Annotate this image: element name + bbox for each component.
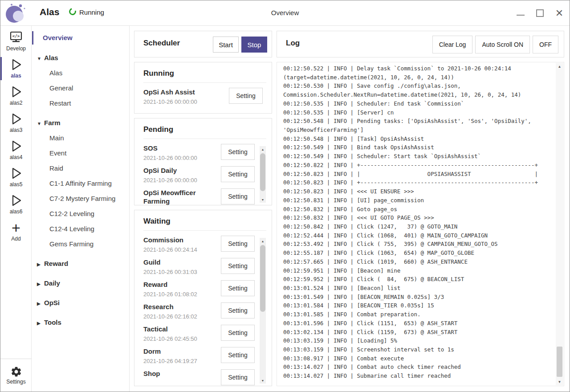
- scroll-down-icon[interactable]: ▼: [556, 378, 563, 385]
- waiting-scrollbar[interactable]: ▲ ▼: [260, 238, 266, 384]
- minimize-button[interactable]: [517, 11, 525, 16]
- log-line: 00:12:50.535 | INFO | Scheduler: End tas…: [283, 99, 553, 108]
- tree-toggle-icon: ▶: [37, 257, 44, 272]
- nav-item-raid[interactable]: Raid: [32, 161, 129, 176]
- scroll-up-icon[interactable]: ▲: [260, 146, 266, 152]
- maximize-button[interactable]: [536, 9, 544, 17]
- rail-item-alas4[interactable]: alas4: [0, 139, 32, 162]
- task-setting-button[interactable]: Setting: [221, 325, 255, 341]
- autoscroll-on-button[interactable]: Auto Scroll ON: [475, 36, 530, 53]
- autoscroll-off-button[interactable]: OFF: [533, 36, 558, 53]
- task-setting-button[interactable]: Setting: [221, 144, 255, 160]
- nav-group-daily[interactable]: ▶Daily: [32, 276, 129, 291]
- rail-item-label: alas3: [10, 127, 23, 133]
- log-line: 00:12:50.549 | INFO | Scheduler: Start t…: [283, 152, 553, 161]
- scroll-up-icon[interactable]: ▲: [260, 238, 266, 244]
- log-line: 00:12:52.444 | INFO | Click (1068, 401) …: [283, 231, 553, 240]
- tree-toggle-icon: ▼: [37, 116, 44, 131]
- log-line: 00:12:50.832 | INFO | Goto page_os: [283, 205, 553, 214]
- scrollbar-thumb[interactable]: [260, 245, 265, 312]
- scroll-down-icon[interactable]: ▼: [260, 377, 266, 384]
- task-setting-button[interactable]: Setting: [229, 88, 263, 104]
- scheduler-start-button[interactable]: Start: [213, 37, 239, 53]
- rail-item-alas2[interactable]: alas2: [0, 84, 32, 107]
- play-icon: [9, 193, 23, 208]
- waiting-panel: Waiting Commission 2021-10-26 00:24:14 S…: [134, 210, 272, 386]
- play-icon: [9, 112, 23, 126]
- pending-task-list: SOS 2021-10-26 00:00:00 Setting OpSi Dai…: [134, 143, 272, 205]
- clear-log-button[interactable]: Clear Log: [432, 36, 473, 53]
- waiting-task-list: Commission 2021-10-26 00:24:14 Setting G…: [134, 235, 272, 386]
- nav-item-gems-farming[interactable]: Gems Farming: [32, 237, 129, 252]
- close-button[interactable]: ✕: [555, 9, 563, 17]
- nav-group-opsi[interactable]: ▶OpSi: [32, 295, 129, 310]
- rail-item-settings[interactable]: Settings: [0, 359, 32, 392]
- log-line: 00:12:50.823 | INFO | +-----------------…: [283, 178, 553, 187]
- log-line: 00:12:50.823 | INFO | | OPSIASHASSIST |: [283, 170, 553, 179]
- log-line: 00:13:01.585 | INFO | Combat preparation…: [283, 310, 553, 319]
- nav-group-reward[interactable]: ▶Reward: [32, 256, 129, 271]
- instance-rail: </> Develop alas alas2 alas3 alas4: [0, 26, 32, 392]
- nav-item-main[interactable]: Main: [32, 131, 129, 146]
- task-setting-button[interactable]: Setting: [221, 236, 255, 252]
- task-name: OpSi Ash Assist: [143, 87, 218, 96]
- rail-item-alas[interactable]: alas: [0, 57, 32, 80]
- scroll-down-icon[interactable]: ▼: [260, 196, 266, 203]
- task-setting-button[interactable]: Setting: [221, 258, 255, 274]
- log-lines: 00:12:50.522 | INFO | Delay task `Commis…: [283, 64, 553, 380]
- nav-item-event[interactable]: Event: [32, 146, 129, 161]
- rail-items: </> Develop alas alas2 alas3 alas4: [0, 30, 31, 243]
- running-task-list: OpSi Ash Assist 2021-10-26 00:00:00 Sett…: [134, 87, 272, 109]
- page-title: Overview: [0, 9, 570, 16]
- nav-group-tools[interactable]: ▶Tools: [32, 315, 129, 330]
- nav-group-farm[interactable]: ▼Farm: [32, 115, 129, 131]
- nav-item-alas[interactable]: Alas: [32, 65, 129, 81]
- task-setting-button[interactable]: Setting: [221, 280, 255, 296]
- nav-item-c12-2-leveling[interactable]: C12-2 Leveling: [32, 206, 129, 221]
- play-icon: [9, 85, 23, 99]
- rail-item-develop[interactable]: </> Develop: [0, 30, 32, 53]
- plus-icon: +: [12, 221, 20, 234]
- rail-item-alas5[interactable]: alas5: [0, 166, 32, 189]
- divider: [143, 230, 266, 231]
- task-setting-button[interactable]: Setting: [221, 188, 255, 204]
- scrollbar-thumb[interactable]: [260, 153, 265, 191]
- log-line: 00:12:50.831 | INFO | [UI] page_commissi…: [283, 196, 553, 205]
- code-monitor-icon: </>: [9, 31, 23, 44]
- task-row: Tactical 2021-10-26 02:45:50 Setting: [134, 324, 272, 346]
- task-setting-button[interactable]: Setting: [221, 347, 255, 363]
- nav-item-c1-1-affinity-farming[interactable]: C1-1 Affinity Farming: [32, 176, 129, 191]
- log-line: 00:13:03.159 | INFO | Screenshot interva…: [283, 345, 553, 354]
- scroll-up-icon[interactable]: ▲: [556, 63, 563, 70]
- log-output: 00:12:50.522 | INFO | Delay task `Commis…: [277, 62, 564, 386]
- nav-item-c7-2-mystery-farming[interactable]: C7-2 Mystery Farming: [32, 191, 129, 206]
- task-setting-button[interactable]: Setting: [221, 302, 255, 318]
- log-line: 00:12:53.492 | INFO | Click ( 755, 395) …: [283, 240, 553, 249]
- task-row: Dorm 2021-10-26 04:19:27 Setting: [134, 346, 272, 368]
- task-setting-button[interactable]: Setting: [221, 369, 255, 385]
- rail-item-label: alas5: [10, 181, 23, 188]
- nav-item-restart[interactable]: Restart: [32, 96, 129, 111]
- rail-item-alas6[interactable]: alas6: [0, 193, 32, 216]
- task-setting-button[interactable]: Setting: [221, 166, 255, 182]
- log-line: 00:13:03.159 | INFO | [Loading] 5%: [283, 336, 553, 345]
- log-line: 00:13:01.584 | INFO | [BEACON_TIER 0.035…: [283, 301, 553, 310]
- nav-item-general[interactable]: General: [32, 81, 129, 96]
- rail-item-add[interactable]: + Add: [0, 220, 32, 243]
- nav-item-c12-4-leveling[interactable]: C12-4 Leveling: [32, 221, 129, 237]
- nav-group-alas[interactable]: ▼Alas: [32, 50, 129, 65]
- task-nav: Overview ▼AlasAlasGeneralRestart▼FarmMai…: [32, 26, 130, 392]
- pending-scrollbar[interactable]: ▲ ▼: [260, 146, 266, 203]
- rail-item-alas3[interactable]: alas3: [0, 111, 32, 135]
- scheduler-stop-button[interactable]: Stop: [241, 37, 267, 53]
- rail-item-label: alas6: [10, 208, 23, 215]
- log-line: 00:12:50.842 | INFO | Click (1247, 37) @…: [283, 222, 553, 231]
- tree-toggle-icon: ▶: [37, 316, 44, 331]
- log-scrollbar[interactable]: ▲ ▼: [556, 63, 563, 385]
- nav-item-overview[interactable]: Overview: [32, 30, 129, 46]
- scrollbar-thumb[interactable]: [557, 347, 562, 377]
- running-panel: Running OpSi Ash Assist 2021-10-26 00:00…: [134, 62, 272, 114]
- task-name: Guild: [143, 257, 218, 266]
- svg-text:</>: </>: [12, 34, 20, 38]
- task-name: Shop: [143, 368, 218, 378]
